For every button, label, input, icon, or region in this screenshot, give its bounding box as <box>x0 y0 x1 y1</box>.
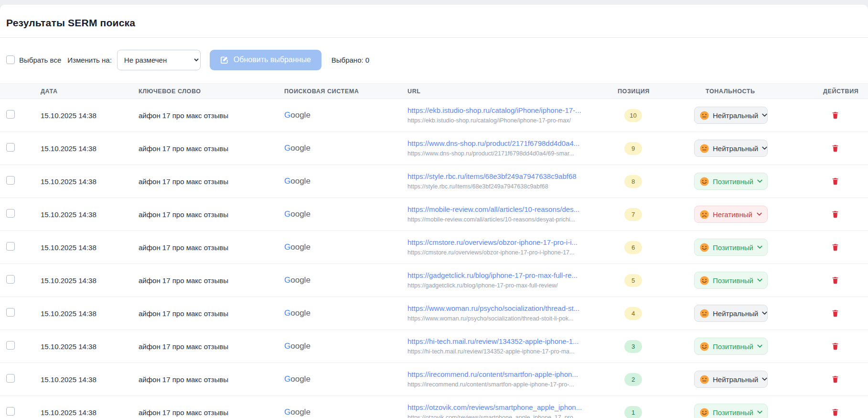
row-checkbox-cell <box>6 242 41 253</box>
row-checkbox[interactable] <box>6 242 15 251</box>
result-url-subtext: https://mobile-review.com/all/articles/1… <box>407 216 613 224</box>
table-row: 15.10.2025 14:38 айфон 17 про макс отзыв… <box>0 132 868 165</box>
row-date: 15.10.2025 14:38 <box>41 276 139 285</box>
row-checkbox[interactable] <box>6 209 15 218</box>
row-keyword: айфон 17 про макс отзывы <box>139 177 284 186</box>
row-checkbox-cell <box>6 275 41 286</box>
row-checkbox-cell <box>6 110 41 121</box>
delete-button[interactable] <box>830 242 841 253</box>
tonality-label: Негативный <box>713 210 752 219</box>
tonality-select[interactable]: Нейтральный <box>694 140 768 157</box>
google-logo: Google <box>284 407 311 417</box>
position-badge: 6 <box>624 241 642 254</box>
row-url-cell: https://irecommend.ru/content/smartfon-a… <box>407 370 618 389</box>
tonality-label: Нейтральный <box>713 111 758 120</box>
result-url-subtext: https://gadgetclick.ru/blog/iphone-17-pr… <box>407 282 613 290</box>
position-badge: 1 <box>624 406 642 418</box>
row-url-cell: https://gadgetclick.ru/blog/iphone-17-pr… <box>407 271 618 290</box>
row-checkbox[interactable] <box>6 176 15 185</box>
delete-button[interactable] <box>830 407 841 418</box>
result-url-link[interactable]: https://www.dns-shop.ru/product/2171f679… <box>407 139 613 148</box>
tonality-select[interactable]: Позитивный <box>694 239 768 256</box>
delete-button[interactable] <box>830 176 841 187</box>
result-url-link[interactable]: https://hi-tech.mail.ru/review/134352-ap… <box>407 337 613 346</box>
delete-button[interactable] <box>830 341 841 352</box>
row-position-cell: 2 <box>618 373 694 386</box>
row-url-cell: https://mobile-review.com/all/articles/1… <box>407 205 618 224</box>
result-url-link[interactable]: https://irecommend.ru/content/smartfon-a… <box>407 370 613 379</box>
row-keyword: айфон 17 про макс отзывы <box>139 342 284 351</box>
bulk-tonality-select[interactable]: Не размечен <box>117 50 201 70</box>
delete-button[interactable] <box>830 308 841 319</box>
tonality-select[interactable]: Негативный <box>694 206 768 223</box>
tonality-select[interactable]: Нейтральный <box>694 305 768 322</box>
result-url-link[interactable]: https://www.woman.ru/psycho/socializatio… <box>407 304 613 313</box>
select-all[interactable]: Выбрать все <box>6 55 61 64</box>
tonality-emoji-icon <box>700 408 709 417</box>
table-row: 15.10.2025 14:38 айфон 17 про макс отзыв… <box>0 297 868 330</box>
chevron-down-icon <box>757 410 762 414</box>
delete-button[interactable] <box>830 143 841 154</box>
row-checkbox[interactable] <box>6 308 15 317</box>
delete-button[interactable] <box>830 374 841 385</box>
delete-button[interactable] <box>830 110 841 121</box>
result-url-link[interactable]: https://otzovik.com/reviews/smartphone_a… <box>407 403 613 412</box>
tonality-select[interactable]: Нейтральный <box>694 371 768 388</box>
row-position-cell: 10 <box>618 109 694 122</box>
change-to-label: Изменить на: <box>67 56 112 64</box>
row-engine-cell: Google <box>284 308 407 318</box>
results-table: 15.10.2025 14:38 айфон 17 про макс отзыв… <box>0 99 868 418</box>
row-checkbox[interactable] <box>6 110 15 119</box>
position-badge: 3 <box>624 340 642 353</box>
row-tonality-cell: Позитивный <box>694 272 816 289</box>
table-row: 15.10.2025 14:38 айфон 17 про макс отзыв… <box>0 330 868 363</box>
tonality-label: Позитивный <box>713 408 753 417</box>
row-keyword: айфон 17 про макс отзывы <box>139 375 284 384</box>
google-logo: Google <box>284 110 311 120</box>
result-url-link[interactable]: https://ekb.istudio-shop.ru/catalog/iPho… <box>407 106 613 115</box>
tonality-select[interactable]: Позитивный <box>694 338 768 355</box>
google-logo: Google <box>284 374 311 384</box>
result-url-subtext: https://otzovik.com/reviews/smartphone_a… <box>407 414 613 418</box>
delete-button[interactable] <box>830 275 841 286</box>
table-row: 15.10.2025 14:38 айфон 17 про макс отзыв… <box>0 396 868 418</box>
row-checkbox[interactable] <box>6 275 15 284</box>
row-position-cell: 4 <box>618 307 694 320</box>
row-checkbox[interactable] <box>6 143 15 152</box>
tonality-label: Нейтральный <box>713 309 758 318</box>
row-engine-cell: Google <box>284 374 407 384</box>
result-url-link[interactable]: https://gadgetclick.ru/blog/iphone-17-pr… <box>407 271 613 280</box>
result-url-subtext: https://irecommend.ru/content/smartfon-a… <box>407 381 613 389</box>
row-checkbox[interactable] <box>6 341 15 350</box>
result-url-subtext: https://style.rbc.ru/items/68e3bf249a794… <box>407 183 613 191</box>
row-date: 15.10.2025 14:38 <box>41 243 139 252</box>
row-keyword: айфон 17 про макс отзывы <box>139 309 284 318</box>
result-url-link[interactable]: https://mobile-review.com/all/articles/1… <box>407 205 613 214</box>
row-engine-cell: Google <box>284 209 407 219</box>
result-url-link[interactable]: https://cmstore.ru/overviews/obzor-iphon… <box>407 238 613 247</box>
row-url-cell: https://otzovik.com/reviews/smartphone_a… <box>407 403 618 418</box>
row-checkbox[interactable] <box>6 407 15 416</box>
select-all-checkbox[interactable] <box>6 55 15 64</box>
tonality-select[interactable]: Позитивный <box>694 173 768 190</box>
row-date: 15.10.2025 14:38 <box>41 342 139 351</box>
update-selected-button[interactable]: Обновить выбранные <box>210 50 321 70</box>
tonality-select[interactable]: Позитивный <box>694 272 768 289</box>
tonality-label: Позитивный <box>713 276 753 285</box>
tonality-select[interactable]: Нейтральный <box>694 107 768 124</box>
row-tonality-cell: Позитивный <box>694 239 816 256</box>
table-row: 15.10.2025 14:38 айфон 17 про макс отзыв… <box>0 363 868 396</box>
result-url-link[interactable]: https://style.rbc.ru/items/68e3bf249a794… <box>407 172 613 181</box>
delete-button[interactable] <box>830 209 841 220</box>
row-keyword: айфон 17 про макс отзывы <box>139 243 284 252</box>
row-actions-cell <box>816 209 863 220</box>
row-actions-cell <box>816 176 863 187</box>
row-url-cell: https://cmstore.ru/overviews/obzor-iphon… <box>407 238 618 257</box>
row-date: 15.10.2025 14:38 <box>41 309 139 318</box>
row-date: 15.10.2025 14:38 <box>41 210 139 219</box>
chevron-down-icon <box>762 113 767 117</box>
tonality-emoji-icon <box>700 144 709 153</box>
row-checkbox[interactable] <box>6 374 15 383</box>
position-badge: 8 <box>624 175 642 188</box>
tonality-select[interactable]: Позитивный <box>694 404 768 418</box>
